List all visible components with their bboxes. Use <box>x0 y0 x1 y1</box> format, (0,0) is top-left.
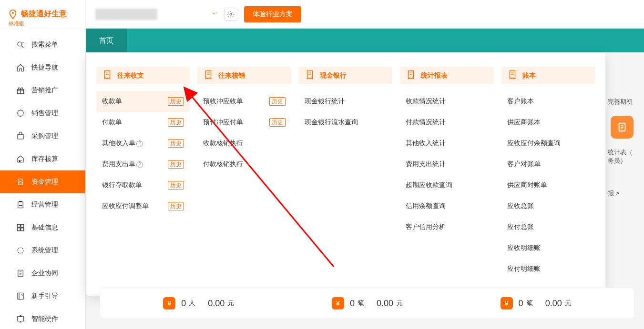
mega-item[interactable]: 客户账本 <box>501 91 595 112</box>
mega-item[interactable]: 费用支出单?历史 <box>96 154 190 175</box>
mega-item-label: 客户对账单 <box>507 160 541 168</box>
receipt-icon <box>507 70 518 81</box>
stat-block: ¥0笔0.00元 <box>332 297 403 309</box>
cart-icon <box>16 132 25 140</box>
sidebar-item-collab[interactable]: 企业协同 <box>0 262 85 285</box>
sidebar-item-label: 库存核算 <box>31 155 58 163</box>
history-tag[interactable]: 历史 <box>168 118 184 127</box>
mega-item[interactable]: 付款单历史 <box>96 112 190 133</box>
mega-item[interactable]: 应付总账 <box>501 217 595 238</box>
stat-icon: ¥ <box>332 297 344 309</box>
mega-item[interactable]: 信用余额查询 <box>400 196 493 217</box>
mega-column-header: 现金银行 <box>299 67 392 84</box>
mega-item[interactable]: 付款核销执行 <box>197 154 291 175</box>
sidebar-item-quicknav[interactable]: 快捷导航 <box>0 56 85 79</box>
sidebar-item-basic[interactable]: 基础信息 <box>0 216 85 239</box>
mega-item[interactable]: 应付明细账 <box>501 259 595 279</box>
stat-amount: 0.00 <box>208 299 225 309</box>
mega-item[interactable]: 银行存取款单历史 <box>96 175 190 196</box>
mega-column-title: 账本 <box>522 71 536 80</box>
sidebar-item-operation[interactable]: 经营管理 <box>0 193 85 216</box>
help-icon[interactable]: ? <box>136 161 143 168</box>
stat-count-unit: 人 <box>189 299 195 308</box>
sidebar-item-guide[interactable]: 新手引导 <box>0 285 85 308</box>
mega-item[interactable]: 应收应付余额查询 <box>501 133 595 154</box>
mega-item[interactable]: 预付冲应付单历史 <box>197 112 291 133</box>
mega-item[interactable]: 其他收入单?历史 <box>96 133 190 154</box>
mega-item[interactable]: 应收总账 <box>501 196 595 217</box>
mega-item-label: 付款情况统计 <box>406 118 446 126</box>
stats-strip: ¥0人0.00元¥0笔0.00元¥0笔0.00元 <box>100 288 634 319</box>
mega-column-0: 往来收支收款单历史付款单历史其他收入单?历史费用支出单?历史银行存取款单历史应收… <box>92 67 194 279</box>
stat-count-unit: 笔 <box>526 299 533 308</box>
svg-rect-5 <box>18 134 23 139</box>
mega-item-label: 应付总账 <box>507 223 534 230</box>
mega-item[interactable]: 其他收入统计 <box>400 133 493 154</box>
history-tag[interactable]: 历史 <box>168 181 184 189</box>
chevron-down-icon[interactable]: ﹀ <box>212 10 217 18</box>
tab-home[interactable]: 首页 <box>86 29 127 52</box>
stat-amount: 0.00 <box>545 299 562 309</box>
svg-rect-6 <box>18 202 23 208</box>
mega-column-title: 往来核销 <box>218 71 245 80</box>
sidebar-item-marketing[interactable]: 营销推广 <box>0 79 85 102</box>
history-tag[interactable]: 历史 <box>168 202 184 210</box>
sidebar-item-system[interactable]: 系统管理 <box>0 239 85 262</box>
mega-item[interactable]: 收款核销执行 <box>197 133 291 154</box>
brand-logo: 畅捷通好生意 <box>8 9 67 20</box>
mega-item[interactable]: 收款单历史 <box>96 91 190 112</box>
svg-rect-10 <box>21 228 24 231</box>
industry-plan-button[interactable]: 体验行业方案 <box>244 6 301 22</box>
mega-item[interactable]: 费用支出统计 <box>400 154 493 175</box>
mega-item[interactable]: 供应商账本 <box>501 112 595 133</box>
history-tag[interactable]: 历史 <box>269 118 286 127</box>
ring-icon <box>16 246 25 255</box>
sidebar-item-label: 基础信息 <box>31 223 58 232</box>
sidebar-item-search[interactable]: 搜索菜单 <box>0 33 85 56</box>
mega-item-label: 其他收入统计 <box>406 139 446 147</box>
mega-item-label: 预收冲应收单 <box>203 97 243 105</box>
mega-item[interactable]: 付款情况统计 <box>400 112 493 133</box>
mega-item-label: 费用支出单 <box>102 160 135 168</box>
sidebar-item-label: 资金管理 <box>31 178 58 186</box>
history-tag[interactable]: 历史 <box>168 139 184 148</box>
mega-item[interactable]: 客户对账单 <box>501 154 595 175</box>
mega-column-header: 往来收支 <box>96 67 190 84</box>
sidebar-item-label: 系统管理 <box>31 246 58 255</box>
sidebar-item-sales[interactable]: 销售管理 <box>0 102 85 125</box>
sidebar-item-inventory[interactable]: 库存核算 <box>0 148 85 170</box>
mega-item-label: 应收应付调整单 <box>102 202 149 209</box>
mega-item-label: 现金银行流水查询 <box>305 118 358 126</box>
settings-button[interactable] <box>224 8 237 21</box>
mega-item[interactable]: 超期应收款查询 <box>400 175 493 196</box>
mega-item-label: 收款情况统计 <box>406 97 446 105</box>
svg-point-0 <box>12 12 14 14</box>
sidebar-item-finance[interactable]: 资金管理 <box>0 170 85 193</box>
mega-item-label: 现金银行统计 <box>305 97 345 105</box>
mega-item-label: 客户信用分析 <box>406 223 446 230</box>
help-icon[interactable]: ? <box>136 140 143 147</box>
mega-item[interactable]: 现金银行流水查询 <box>299 112 392 133</box>
mega-item[interactable]: 收款情况统计 <box>400 91 493 112</box>
sidebar-menu: 搜索菜单快捷导航营销推广销售管理采购管理库存核算资金管理经营管理基础信息系统管理… <box>0 29 85 329</box>
peek-quick-action[interactable] <box>611 116 634 139</box>
history-tag[interactable]: 历史 <box>168 97 184 106</box>
svg-rect-8 <box>21 224 24 227</box>
history-tag[interactable]: 历史 <box>269 97 286 106</box>
history-tag[interactable]: 历史 <box>168 160 184 169</box>
sidebar-item-label: 采购管理 <box>31 132 58 140</box>
mega-item-label: 供应商对账单 <box>507 181 547 189</box>
mega-item[interactable]: 现金银行统计 <box>299 91 392 112</box>
mega-item[interactable]: 应收应付调整单历史 <box>96 196 190 217</box>
sidebar-item-purchase[interactable]: 采购管理 <box>0 125 85 148</box>
org-selector-blurred[interactable] <box>95 9 157 20</box>
mega-item[interactable]: 预收冲应收单历史 <box>197 91 291 112</box>
mega-column-2: 现金银行现金银行统计现金银行流水查询 <box>295 67 396 279</box>
mega-item[interactable]: 应收明细账 <box>501 238 595 259</box>
mega-item[interactable]: 客户信用分析 <box>400 217 493 238</box>
mega-item[interactable]: 供应商对账单 <box>501 175 595 196</box>
mega-item-label: 应收应付余额查询 <box>507 139 561 147</box>
mega-column-3: 统计报表收款情况统计付款情况统计其他收入统计费用支出统计超期应收款查询信用余额查… <box>396 67 497 279</box>
receipt-icon <box>305 70 315 81</box>
sidebar-item-hardware[interactable]: 智能硬件 <box>0 308 85 329</box>
